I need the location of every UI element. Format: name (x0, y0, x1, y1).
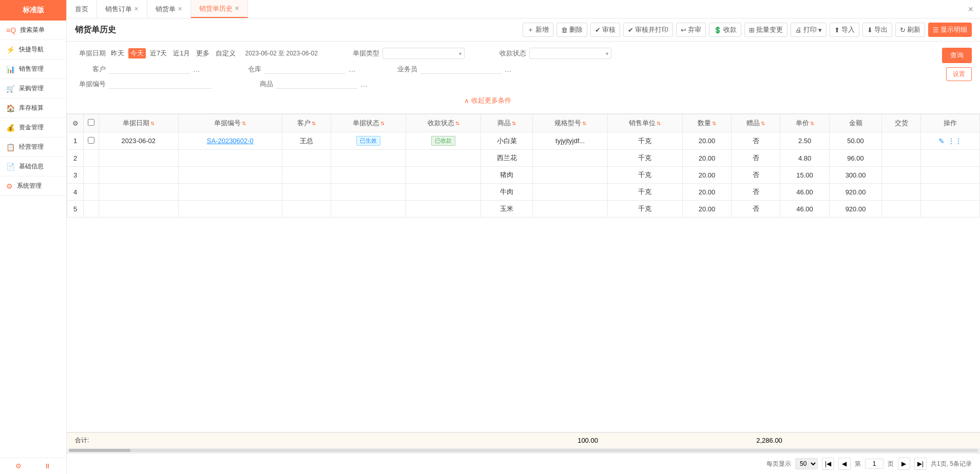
tab-sales-history[interactable]: 销货单历史 ✕ (191, 0, 248, 18)
cell-amount-3: 300.00 (829, 167, 882, 184)
th-quantity[interactable]: 数量⇅ (682, 114, 731, 132)
print-dropdown-icon: ▾ (818, 26, 822, 34)
sidebar-bottom-icon2[interactable]: ⏸ (44, 462, 51, 470)
filter-doc-type-wrapper: ▾ (382, 48, 465, 59)
th-collect-status[interactable]: 收款状态⇅ (406, 114, 481, 132)
collect-button[interactable]: 💲 收款 (709, 23, 741, 37)
doc-number-link-1[interactable]: SA-20230602-0 (207, 137, 254, 145)
cell-spec-4 (533, 184, 608, 201)
cell-checkbox-3[interactable] (84, 167, 99, 184)
th-customer[interactable]: 客户⇅ (282, 114, 331, 132)
window-close-btn[interactable]: ✕ (962, 5, 980, 13)
filter-doc-number-label: 单据编号 (75, 80, 106, 89)
filter-doc-number-input[interactable] (109, 79, 212, 89)
filter-product-input[interactable] (276, 79, 357, 89)
sidebar-item-quick-nav[interactable]: ⚡ 快捷导航 (0, 40, 66, 60)
audit-print-button[interactable]: ✔ 审核并打印 (623, 23, 673, 37)
export-button[interactable]: ⬇ 导出 (862, 23, 892, 37)
filter-doc-type-select[interactable] (382, 48, 465, 59)
th-gift[interactable]: 赠品⇅ (732, 114, 780, 132)
edit-icon-1[interactable]: ✎ (938, 137, 945, 145)
sort-icon-collect-status: ⇅ (455, 121, 459, 126)
refresh-button[interactable]: ↻ 刷新 (895, 23, 925, 37)
tab-sales-delivery-close[interactable]: ✕ (178, 6, 182, 12)
prev-page-btn[interactable]: ◀ (838, 458, 851, 470)
date-shortcut-7days[interactable]: 近7天 (148, 48, 169, 58)
sidebar-item-sales-mgmt[interactable]: 📊 销售管理 (0, 60, 66, 79)
customer-ellipsis[interactable]: ... (193, 65, 200, 74)
product-ellipsis[interactable]: ... (360, 80, 367, 89)
cell-checkbox-1[interactable] (84, 132, 99, 150)
warehouse-ellipsis[interactable]: ... (349, 65, 355, 74)
date-shortcut-1month[interactable]: 近1月 (171, 48, 192, 58)
new-button[interactable]: ＋ 新增 (523, 23, 553, 37)
sidebar-item-inventory[interactable]: 🏠 库存核算 (0, 98, 66, 118)
collapse-button[interactable]: ∧ 收起更多条件 (75, 94, 900, 107)
cell-checkbox-4[interactable] (84, 184, 99, 201)
more-icon-1[interactable]: ⋮⋮ (948, 137, 962, 145)
th-spec[interactable]: 规格型号⇅ (533, 114, 608, 132)
page-number-input[interactable]: 1 (865, 459, 883, 469)
last-page-btn[interactable]: ▶| (914, 458, 927, 470)
sidebar-item-sys-mgmt[interactable]: ⚙ 系统管理 (0, 176, 66, 196)
show-detail-button[interactable]: ☰ 显示明细 (928, 23, 972, 37)
th-doc-status[interactable]: 单据状态⇅ (331, 114, 406, 132)
cell-row-num-2: 2 (67, 150, 84, 167)
print-button[interactable]: 🖨 打印 ▾ (791, 23, 827, 37)
th-unit[interactable]: 销售单位⇅ (608, 114, 683, 132)
basic-info-icon: 📄 (6, 163, 15, 171)
sidebar-item-finance[interactable]: 💰 资金管理 (0, 118, 66, 137)
filter-customer-input[interactable] (109, 64, 190, 74)
th-gear[interactable]: ⚙ (67, 114, 84, 132)
per-page-select[interactable]: 50 (795, 458, 818, 469)
filter-collect-status-item: 收款状态 ▾ (495, 48, 611, 59)
tab-sales-order-close[interactable]: ✕ (134, 6, 139, 12)
sidebar-item-search-menu[interactable]: ≡Q 搜索菜单 (0, 21, 66, 40)
tab-home[interactable]: 首页 (67, 0, 97, 18)
audit-button[interactable]: ✔ 审核 (590, 23, 620, 37)
th-doc-number[interactable]: 单据编号⇅ (178, 114, 282, 132)
delete-button[interactable]: 🗑 删除 (556, 23, 587, 37)
cell-doc-number-1[interactable]: SA-20230602-0 (178, 132, 282, 150)
filter-salesperson-input[interactable] (420, 64, 502, 74)
tabbar: 首页 销售订单 ✕ 销货单 ✕ 销货单历史 ✕ ✕ (67, 0, 980, 18)
th-checkbox[interactable] (84, 114, 99, 132)
sidebar-item-operation[interactable]: 📋 经营管理 (0, 137, 66, 157)
sidebar-item-basic-info[interactable]: 📄 基础信息 (0, 157, 66, 176)
table-row: 3 猪肉 千克 20.00 否 15.00 300.00 (67, 167, 980, 184)
date-shortcut-today[interactable]: 今天 (128, 48, 146, 58)
batch-change-button[interactable]: ⊞ 批量变更 (744, 23, 787, 37)
sidebar-item-purchase-mgmt[interactable]: 🛒 采购管理 (0, 79, 66, 98)
cell-checkbox-2[interactable] (84, 150, 99, 167)
tab-sales-delivery[interactable]: 销货单 ✕ (147, 0, 191, 18)
date-shortcut-more[interactable]: 更多 (194, 48, 212, 58)
next-page-btn[interactable]: ▶ (898, 458, 910, 470)
pagination: 每页显示 50 |◀ ◀ 第 1 页 ▶ ▶| 共1页, 5条记录 (67, 453, 980, 474)
tab-sales-order[interactable]: 销售订单 ✕ (97, 0, 147, 18)
th-doc-number-label: 单据编号 (214, 119, 241, 127)
filter-collect-status-select[interactable] (529, 48, 611, 59)
table-footer: 合计: 100.00 2,286.00 (67, 432, 980, 448)
cell-checkbox-5[interactable] (84, 201, 99, 218)
cell-transaction-1 (882, 132, 921, 150)
query-button[interactable]: 查询 (942, 48, 972, 63)
filter-warehouse-input[interactable] (264, 64, 345, 74)
th-product[interactable]: 商品⇅ (481, 114, 533, 132)
horizontal-scrollbar[interactable] (67, 448, 980, 453)
settings-button[interactable]: 设置 (946, 67, 972, 81)
cell-collect-status-5 (406, 201, 481, 218)
tab-sales-history-close[interactable]: ✕ (235, 5, 239, 12)
cell-amount-4: 920.00 (829, 184, 882, 201)
th-doc-date[interactable]: 单据日期⇅ (99, 114, 179, 132)
scrollbar-thumb[interactable] (69, 449, 130, 452)
first-page-btn[interactable]: |◀ (822, 458, 834, 470)
salesperson-ellipsis[interactable]: ... (505, 65, 511, 74)
import-button[interactable]: ⬆ 导入 (830, 23, 859, 37)
th-unit-price[interactable]: 单价⇅ (780, 114, 829, 132)
sidebar-bottom-icon1[interactable]: ⚙ (15, 462, 22, 470)
abandon-button[interactable]: ↩ 弃审 (676, 23, 706, 37)
row-checkbox-1[interactable] (88, 137, 94, 144)
select-all-checkbox[interactable] (88, 119, 94, 126)
date-shortcut-custom[interactable]: 自定义 (214, 48, 238, 58)
date-shortcut-yesterday[interactable]: 昨天 (109, 48, 126, 58)
